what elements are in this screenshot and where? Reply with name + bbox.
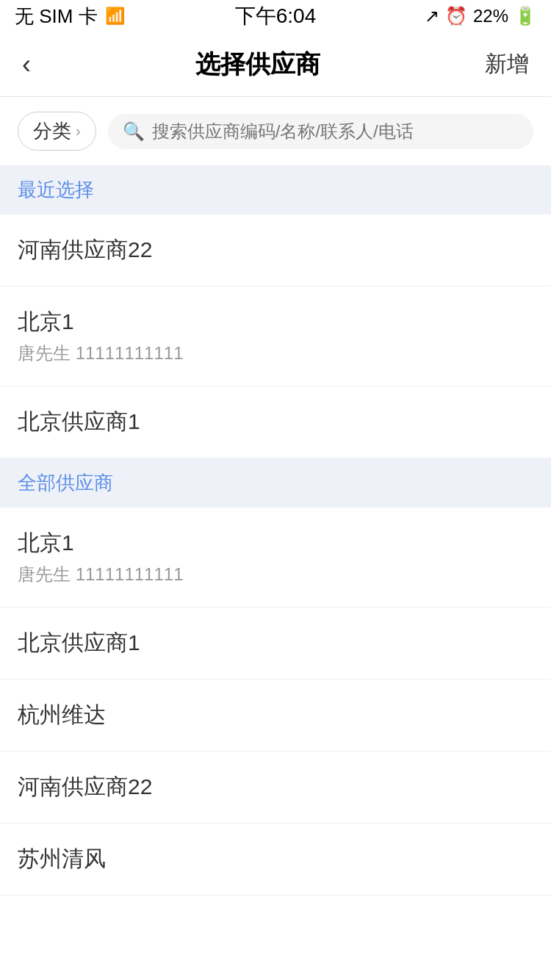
- all-list: 北京1唐先生 11111111111北京供应商1杭州维达河南供应商22苏州清风: [0, 508, 551, 896]
- category-button[interactable]: 分类 ›: [18, 112, 96, 151]
- status-left: 无 SIM 卡 📶: [15, 4, 125, 29]
- item-name: 河南供应商22: [18, 235, 533, 265]
- back-button[interactable]: ‹: [22, 51, 31, 78]
- list-item[interactable]: 河南供应商22: [0, 215, 551, 287]
- item-name: 杭州维达: [18, 700, 533, 730]
- all-section-header: 全部供应商: [0, 458, 551, 508]
- wifi-icon: 📶: [105, 7, 125, 26]
- recent-list: 河南供应商22北京1唐先生 11111111111北京供应商1: [0, 215, 551, 458]
- list-item[interactable]: 北京供应商1: [0, 386, 551, 458]
- location-icon: ↗: [425, 6, 439, 26]
- search-input[interactable]: [152, 121, 519, 142]
- alarm-icon: ⏰: [445, 6, 467, 26]
- item-name: 北京供应商1: [18, 407, 533, 437]
- list-item[interactable]: 北京供应商1: [0, 608, 551, 680]
- item-name: 苏州清风: [18, 844, 533, 874]
- battery-icon: 🔋: [514, 6, 536, 26]
- chevron-icon: ›: [76, 123, 81, 140]
- item-name: 河南供应商22: [18, 772, 533, 802]
- nav-bar: ‹ 选择供应商 新增: [0, 32, 551, 97]
- list-item[interactable]: 河南供应商22: [0, 752, 551, 824]
- list-item[interactable]: 苏州清风: [0, 824, 551, 896]
- list-item[interactable]: 杭州维达: [0, 680, 551, 752]
- list-item[interactable]: 北京1唐先生 11111111111: [0, 508, 551, 608]
- category-label: 分类: [33, 118, 71, 144]
- status-time: 下午6:04: [235, 2, 317, 30]
- recent-section-header: 最近选择: [0, 165, 551, 215]
- item-name: 北京1: [18, 528, 533, 558]
- status-bar: 无 SIM 卡 📶 下午6:04 ↗ ⏰ 22% 🔋: [0, 0, 551, 32]
- item-name: 北京1: [18, 307, 533, 337]
- item-sub: 唐先生 11111111111: [18, 342, 533, 365]
- no-sim-text: 无 SIM 卡: [15, 4, 98, 29]
- filter-bar: 分类 › 🔍: [0, 97, 551, 165]
- item-sub: 唐先生 11111111111: [18, 563, 533, 586]
- battery-text: 22%: [473, 6, 508, 26]
- item-name: 北京供应商1: [18, 628, 533, 658]
- add-button[interactable]: 新增: [485, 49, 529, 79]
- page-title: 选择供应商: [195, 48, 320, 82]
- search-icon: 🔍: [123, 121, 145, 142]
- list-item[interactable]: 北京1唐先生 11111111111: [0, 287, 551, 386]
- search-box: 🔍: [108, 114, 533, 149]
- status-right: ↗ ⏰ 22% 🔋: [425, 6, 536, 26]
